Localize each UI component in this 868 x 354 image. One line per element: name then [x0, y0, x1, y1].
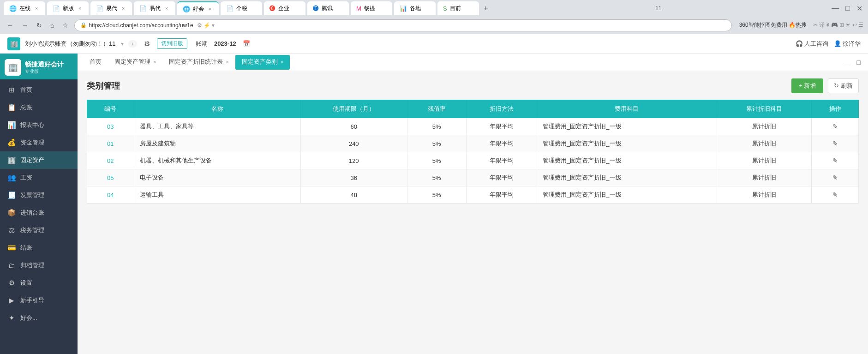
cell-code[interactable]: 04: [87, 186, 134, 204]
col-expense: 费用科目: [537, 100, 717, 118]
calendar-icon[interactable]: 📅: [243, 40, 250, 47]
sidebar-item-ledger[interactable]: 📋 总账: [0, 99, 78, 116]
sidebar-item-home[interactable]: ⊞ 首页: [0, 81, 78, 99]
browser-tab-tengxun[interactable]: 🅣 腾讯: [307, 1, 349, 15]
close-button[interactable]: ✕: [855, 4, 864, 13]
tab-close-icon[interactable]: ×: [122, 6, 125, 11]
sidebar-item-invoice[interactable]: 🧾 发票管理: [0, 186, 78, 204]
tab-label: 腾讯: [322, 5, 333, 12]
cell-accum: 累计折旧: [717, 152, 811, 169]
tab-close-icon[interactable]: ×: [78, 6, 81, 11]
edit-icon[interactable]: ✎: [832, 123, 838, 130]
cell-action[interactable]: ✎: [812, 169, 859, 186]
home-icon: ⊞: [7, 86, 16, 94]
address-input[interactable]: 🔒 https://cloud.chanjet.com/accounting/u…: [74, 19, 731, 31]
sidebar-item-settings[interactable]: ⚙ 设置: [0, 274, 78, 292]
sidebar-item-payroll[interactable]: 👥 工资: [0, 169, 78, 186]
maximize-button[interactable]: □: [844, 4, 852, 12]
tab-close-icon[interactable]: ×: [209, 6, 211, 12]
edit-icon[interactable]: ✎: [832, 140, 838, 147]
window-controls: — □ ✕: [830, 4, 864, 13]
edit-icon[interactable]: ✎: [832, 191, 838, 198]
cell-accum: 累计折旧: [717, 118, 811, 135]
table-row: 05 电子设备 36 5% 年限平均 管理费用_固定资产折旧_一级 累计折旧 ✎: [87, 169, 859, 186]
tax-icon: ⚖: [7, 226, 16, 234]
more-icon: ✦: [7, 314, 16, 322]
sidebar-label-inventory: 进销台账: [20, 209, 44, 217]
reload-button[interactable]: ↻: [34, 21, 44, 30]
home-button[interactable]: ⌂: [48, 21, 56, 30]
tab-asset-categories-close[interactable]: ×: [281, 59, 283, 65]
sidebar-item-tax[interactable]: ⚖ 税务管理: [0, 222, 78, 239]
sidebar-item-guide[interactable]: ▶ 新手引导: [0, 292, 78, 309]
browser-tab-haohui[interactable]: 🌐 好会 ×: [177, 1, 219, 15]
payroll-icon: 👥: [7, 174, 16, 182]
address-bar-row: ← → ↻ ⌂ ☆ 🔒 https://cloud.chanjet.com/ac…: [0, 17, 868, 34]
cell-code[interactable]: 02: [87, 152, 134, 169]
user-avatar-btn[interactable]: 👤 徐泽华: [834, 40, 861, 48]
tab-label: 在线: [19, 5, 30, 12]
sidebar-item-inventory[interactable]: 📦 进销台账: [0, 204, 78, 222]
tab-close-icon[interactable]: ×: [165, 6, 168, 11]
tab-asset-categories[interactable]: 固定资产类别 ×: [235, 55, 290, 70]
sidebar-item-assets[interactable]: 🏢 固定资产: [0, 151, 78, 169]
cell-months: 120: [300, 152, 407, 169]
cell-residual: 5%: [407, 152, 466, 169]
bookmark-button[interactable]: ☆: [60, 21, 71, 30]
sidebar: 🏢 畅捷通好会计 专业版 ⊞ 首页 📋 总账 📊 报表中心 💰 资金管理: [0, 54, 78, 354]
cell-code[interactable]: 03: [87, 118, 134, 135]
browser-tab-geshui[interactable]: 📄 个税: [221, 1, 262, 15]
dropdown-arrow[interactable]: ▾: [121, 41, 124, 47]
refresh-button[interactable]: ↻ 刷新: [828, 78, 859, 93]
browser-tab-yidai2[interactable]: 📄 易代 ×: [134, 1, 175, 15]
tab-label: 企业: [278, 5, 289, 12]
tab-maximize-btn[interactable]: □: [855, 59, 862, 66]
tab-assets-mgmt[interactable]: 固定资产管理 ×: [108, 55, 162, 70]
support-btn[interactable]: 🎧 人工咨询: [796, 40, 828, 48]
tab-depreciation-stats[interactable]: 固定资产折旧统计表 ×: [162, 55, 235, 70]
browser-tab-new[interactable]: 📄 新版 ×: [47, 1, 89, 15]
browser-tab-changtui[interactable]: M 畅提: [351, 1, 392, 15]
sidebar-item-reports[interactable]: 📊 报表中心: [0, 116, 78, 134]
cell-action[interactable]: ✎: [812, 152, 859, 169]
sidebar-item-more[interactable]: ✦ 好会...: [0, 309, 78, 327]
back-button[interactable]: ←: [5, 21, 16, 30]
edit-icon[interactable]: ✎: [832, 157, 838, 164]
browser-tab-gedi[interactable]: 📊 各地: [394, 1, 436, 15]
tab-assets-mgmt-close[interactable]: ×: [153, 59, 156, 65]
switch-to-old-btn[interactable]: 切到旧版: [157, 38, 187, 49]
cell-action[interactable]: ✎: [812, 186, 859, 204]
new-tab-button[interactable]: +: [481, 4, 491, 12]
cell-expense: 管理费用_固定资产折旧_一级: [537, 186, 717, 204]
tab-home[interactable]: 首页: [83, 55, 108, 70]
cell-months: 48: [300, 186, 407, 204]
assets-icon: 🏢: [7, 156, 16, 164]
sidebar-label-assets: 固定资产: [20, 156, 44, 164]
tab-close-icon[interactable]: ×: [35, 6, 38, 11]
cell-code[interactable]: 05: [87, 169, 134, 186]
minimize-button[interactable]: —: [830, 4, 841, 12]
sidebar-item-funds[interactable]: 💰 资金管理: [0, 134, 78, 151]
support-label: 人工咨询: [804, 40, 828, 48]
browser-tab-online[interactable]: 🌐 在线 ×: [4, 1, 45, 15]
browser-tab-muqian[interactable]: S 目前: [437, 1, 479, 15]
sidebar-label-funds: 资金管理: [20, 138, 44, 147]
cell-action[interactable]: ✎: [812, 135, 859, 152]
sidebar-label-settings: 设置: [20, 279, 32, 287]
add-button[interactable]: + 新增: [791, 78, 823, 93]
tab-minimize-btn[interactable]: —: [843, 59, 853, 66]
col-method: 折旧方法: [466, 100, 537, 118]
sidebar-item-archive[interactable]: 🗂 归档管理: [0, 257, 78, 274]
search-area[interactable]: 360智能抠图免费用 🔥热搜: [739, 21, 807, 29]
browser-tab-yidai1[interactable]: 📄 易代 ×: [90, 1, 132, 15]
content-tab-bar: 首页 固定资产管理 × 固定资产折旧统计表 × 固定资产类别 × — □: [78, 54, 868, 71]
tab-depreciation-stats-close[interactable]: ×: [226, 59, 228, 65]
forward-button[interactable]: →: [19, 21, 30, 30]
browser-tab-qiye[interactable]: 🅒 企业: [264, 1, 305, 15]
table-row: 03 器具、工具、家具等 60 5% 年限平均 管理费用_固定资产折旧_一级 累…: [87, 118, 859, 135]
cell-action[interactable]: ✎: [812, 118, 859, 135]
cell-code[interactable]: 01: [87, 135, 134, 152]
edit-icon[interactable]: ✎: [832, 174, 838, 181]
settings-icon-btn[interactable]: ⚙: [142, 39, 152, 49]
sidebar-item-checkout[interactable]: 💳 结账: [0, 239, 78, 257]
